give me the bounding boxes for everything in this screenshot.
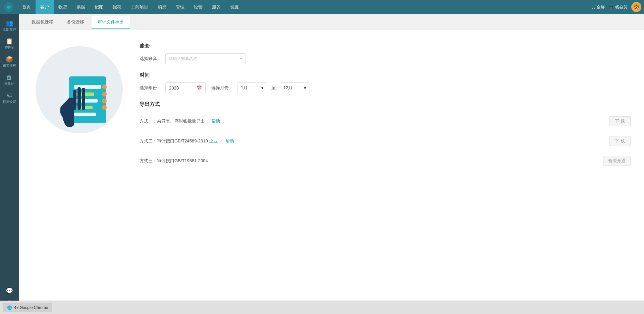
nav-manage[interactable]: 管理 (171, 0, 189, 14)
taskbar-chrome-item[interactable]: 🌐 47 Google Chrome (3, 303, 52, 312)
month-end-select[interactable]: 12月 ▾ (280, 82, 310, 93)
account-placeholder: 请输入账套名称 (169, 56, 197, 62)
tag-icon: 🏷 (6, 92, 12, 99)
tab-audit-export[interactable]: 审计文件导出 (92, 16, 130, 29)
vip-icon: 📺 (609, 5, 614, 9)
month-end-value: 12月 (283, 85, 292, 91)
year-label: 选择年份： (140, 85, 161, 91)
year-value: 2023 (169, 85, 179, 90)
message-icon: 💬 (6, 288, 13, 294)
method1-help-link[interactable]: 帮助 (211, 119, 220, 124)
chrome-icon: 🌐 (7, 305, 12, 310)
svg-point-8 (102, 92, 107, 97)
taskbar: 🌐 47 Google Chrome (0, 301, 644, 314)
sidebar-item-account-migration[interactable]: 📦 账套迁移 (0, 53, 19, 71)
method2-download-button[interactable]: 下 载 (609, 136, 631, 146)
method3-text: 方式三：审计接口GB/T19581-2004 (140, 158, 208, 163)
method2-help-link[interactable]: 帮助 (225, 138, 234, 143)
customers-icon: 👥 (6, 20, 13, 26)
month-start-chevron-icon: ▾ (261, 85, 264, 90)
svg-rect-12 (77, 87, 81, 110)
nav-accounting[interactable]: 记账 (90, 0, 108, 14)
nav-items: 首页 客户 收费 票据 记账 报税 工商项目 消息 管理 经营 服务 设置 (17, 0, 591, 14)
illustration-circle (36, 46, 123, 133)
recycle-icon: 🗑 (6, 74, 12, 80)
method2-label: 方式二：审计接口GB/T24589-2010 企业 ： 帮助 (140, 138, 605, 144)
sidebar-label-declare: 0申报 (5, 46, 14, 50)
taskbar-item-label: 47 Google Chrome (14, 305, 48, 310)
account-label: 选择账套： (140, 56, 161, 62)
nav-invoice[interactable]: 票据 (72, 0, 90, 14)
account-chevron-icon: ▾ (240, 57, 242, 61)
method2-text: 方式二：审计接口GB/T24589-2010 (140, 138, 208, 143)
page-content: 账套 选择账套： 请输入账套名称 ▾ 时间 选择年份： (19, 29, 644, 314)
nav-service[interactable]: 服务 (207, 0, 225, 14)
calendar-icon: 📅 (197, 85, 202, 90)
sidebar-label-migration: 账套迁移 (3, 64, 16, 68)
svg-point-9 (102, 99, 107, 103)
year-input[interactable]: 2023 📅 (165, 82, 206, 93)
sidebar-label-recycle: 回收站 (4, 82, 14, 86)
audit-illustration (46, 53, 113, 127)
export-section: 导出方式 方式一：余额表、序时账批量导出： 帮助 下 载 (140, 101, 631, 171)
sidebar-item-tags[interactable]: 🏷 标签设置 (0, 89, 19, 107)
method2-colon: ： (219, 138, 223, 143)
account-section-title: 账套 (140, 43, 631, 49)
nav-settings[interactable]: 设置 (225, 0, 244, 14)
month-label: 选择月份： (210, 85, 233, 91)
svg-point-10 (102, 105, 107, 110)
nav-tax[interactable]: 报税 (108, 0, 126, 14)
nav-operation[interactable]: 经营 (189, 0, 207, 14)
avatar[interactable]: 🐯 (631, 2, 641, 12)
method1-label: 方式一：余额表、序时账批量导出： 帮助 (140, 118, 605, 124)
month-separator: 至 (271, 85, 276, 91)
account-select[interactable]: 请输入账套名称 ▾ (165, 53, 246, 64)
tab-data-migration[interactable]: 数据包迁移 (25, 16, 59, 29)
account-form-row: 选择账套： 请输入账套名称 ▾ (140, 53, 631, 64)
svg-rect-6 (74, 113, 96, 116)
form-area: 账套 选择账套： 请输入账套名称 ▾ 时间 选择年份： (140, 40, 631, 304)
sidebar-label-customers: 全部客户 (3, 27, 16, 32)
export-method-3: 方式三：审计接口GB/T19581-2004 暂缓开通 (140, 151, 631, 171)
nav-business[interactable]: 工商项目 (126, 0, 153, 14)
svg-rect-11 (73, 90, 76, 110)
sidebar: 👥 全部客户 📋 0申报 📦 账套迁移 🗑 回收站 🏷 标签设置 💬 ❓ (0, 14, 19, 314)
illustration-area (32, 40, 126, 304)
export-methods: 方式一：余额表、序时账批量导出： 帮助 下 载 方式二：审计接口GB/T2458… (140, 112, 631, 171)
time-section-title: 时间 (140, 72, 631, 78)
declare-icon: 📋 (6, 38, 13, 44)
export-method-1: 方式一：余额表、序时账批量导出： 帮助 下 载 (140, 112, 631, 131)
nav-message[interactable]: 消息 (153, 0, 171, 14)
method1-text: 方式一：余额表、序时账批量导出： (140, 119, 209, 124)
tab-bar: 数据包迁移 备份迁移 审计文件导出 (19, 14, 644, 29)
month-start-select[interactable]: 1月 ▾ (237, 82, 267, 93)
time-section: 时间 选择年份： 2023 📅 选择月份： 1月 ▾ 至 (140, 72, 631, 93)
migration-icon: 📦 (6, 56, 13, 62)
method1-download-button[interactable]: 下 载 (609, 116, 631, 126)
sidebar-item-recycle[interactable]: 🗑 回收站 (0, 71, 19, 89)
nav-customer[interactable]: 客户 (36, 0, 54, 14)
sidebar-item-messages[interactable]: 💬 (0, 285, 19, 297)
app-logo (3, 1, 15, 13)
content-area: 数据包迁移 备份迁移 审计文件导出 (19, 14, 644, 314)
vip-button[interactable]: 📺 畅会员 (609, 4, 627, 10)
top-nav: 首页 客户 收费 票据 记账 报税 工商项目 消息 管理 经营 服务 设置 ⛶ … (0, 0, 644, 14)
month-start-value: 1月 (241, 85, 248, 91)
nav-fee[interactable]: 收费 (54, 0, 72, 14)
time-form-row: 选择年份： 2023 📅 选择月份： 1月 ▾ 至 12月 (140, 82, 631, 93)
svg-rect-13 (82, 88, 85, 110)
fullscreen-icon: ⛶ (591, 5, 595, 9)
method3-vip-button[interactable]: 暂缓开通 (603, 156, 631, 166)
nav-home[interactable]: 首页 (17, 0, 36, 14)
sidebar-item-zero-declare[interactable]: 📋 0申报 (0, 35, 19, 53)
svg-point-7 (102, 84, 107, 89)
nav-right: ⛶ 全屏 📺 畅会员 🐯 (591, 2, 641, 12)
method2-enterprise-link[interactable]: 企业 (209, 138, 218, 143)
fullscreen-button[interactable]: ⛶ 全屏 (591, 4, 605, 10)
export-section-title: 导出方式 (140, 101, 631, 108)
export-method-2: 方式二：审计接口GB/T24589-2010 企业 ： 帮助 下 载 (140, 131, 631, 151)
tab-backup-migration[interactable]: 备份迁移 (61, 16, 90, 29)
sidebar-item-all-customers[interactable]: 👥 全部客户 (0, 17, 19, 35)
method3-label: 方式三：审计接口GB/T19581-2004 (140, 158, 599, 164)
sidebar-label-tags: 标签设置 (3, 100, 16, 104)
